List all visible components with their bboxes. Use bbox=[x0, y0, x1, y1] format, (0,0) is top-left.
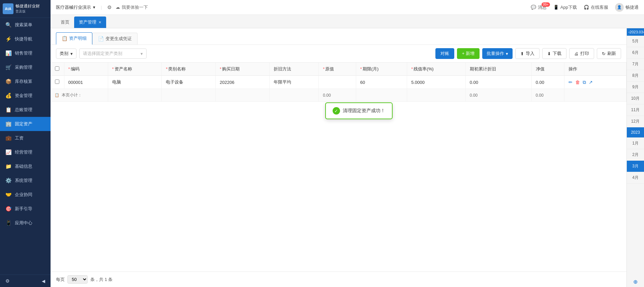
messages-btn[interactable]: 💬 消息 99+ bbox=[531, 4, 547, 10]
calendar-year-2023[interactable]: 2023 bbox=[627, 127, 644, 138]
download-button[interactable]: ⬇ 下载 bbox=[542, 48, 566, 59]
toast-message: 清理固定资产成功！ bbox=[343, 108, 385, 114]
delete-icon[interactable]: 🗑 bbox=[575, 79, 580, 85]
success-check-icon: ✓ bbox=[333, 107, 340, 115]
user-menu[interactable]: 👤 畅捷通 bbox=[615, 3, 639, 12]
row-checkbox[interactable] bbox=[55, 79, 59, 84]
sidebar-item-purchase[interactable]: 🛒 采购管理 bbox=[0, 60, 51, 74]
reconcile-button[interactable]: 对账 bbox=[435, 48, 454, 59]
content-area: 📋 资产明细 📄 变更生成凭证 类别 ▾ 请选择固定资产类别 ▾ bbox=[51, 28, 644, 287]
calendar-month-9[interactable]: 9月 bbox=[627, 82, 644, 93]
subtotal-original-value: 0.00 bbox=[319, 89, 356, 102]
copy-icon[interactable]: ⧉ bbox=[583, 79, 586, 85]
edit-icon[interactable]: ✏ bbox=[569, 79, 573, 85]
row-operations: ✏ 🗑 ⧉ ↗ bbox=[564, 76, 626, 89]
sidebar-item-app-center[interactable]: 📱 应用中心 bbox=[0, 216, 51, 230]
row-accumulated-depreciation: 0.00 bbox=[465, 76, 531, 89]
company-selector[interactable]: 医疗器械行业演示 ▾ bbox=[56, 4, 95, 10]
subtotal-accumulated: 0.00 bbox=[465, 89, 531, 102]
sidebar-item-system[interactable]: ⚙️ 系统管理 bbox=[0, 173, 51, 188]
subtab-asset-details[interactable]: 📋 资产明细 bbox=[56, 32, 92, 45]
row-category: 电子设备 bbox=[162, 76, 216, 89]
calendar-month-4[interactable]: 4月 bbox=[627, 172, 644, 184]
sidebar-item-search[interactable]: 🔍 搜索菜单 bbox=[0, 18, 51, 32]
more-icon[interactable]: ↗ bbox=[589, 79, 593, 85]
print-button[interactable]: 🖨 打印 bbox=[569, 48, 594, 59]
ledger-icon: 📋 bbox=[5, 107, 11, 113]
sidebar-item-label: 新手引导 bbox=[15, 206, 32, 212]
table-header-row: *编码 *资产名称 *类别名称 *购买日期 折旧方法 *原值 *期限(月) *残… bbox=[51, 63, 626, 76]
download-icon: 📱 bbox=[553, 5, 559, 10]
logo-sub: 普及版 bbox=[16, 9, 40, 14]
import-button[interactable]: ⬆ 导入 bbox=[515, 48, 540, 59]
subtab-change-voucher[interactable]: 📄 变更生成凭证 bbox=[92, 33, 137, 44]
sidebar-item-inventory[interactable]: 📦 库存核算 bbox=[0, 74, 51, 89]
row-name: 电脑 bbox=[108, 76, 162, 89]
sidebar-item-fixed-assets[interactable]: 🏢 固定资产 bbox=[0, 117, 51, 131]
sidebar-item-enterprise[interactable]: 🤝 企业协同 bbox=[0, 188, 51, 202]
calendar-down-icon[interactable]: ⊕ bbox=[633, 279, 638, 285]
select-all-checkbox[interactable] bbox=[55, 66, 59, 71]
calendar-month-7[interactable]: 7月 bbox=[627, 59, 644, 70]
sidebar-item-wages[interactable]: 💼 工资 bbox=[0, 131, 51, 145]
calendar-month-5[interactable]: 5月 bbox=[627, 36, 644, 47]
settings-icon[interactable]: ⚙ bbox=[5, 278, 10, 284]
experience-btn[interactable]: ☁ 我要体验一下 bbox=[116, 4, 148, 10]
calendar-month-6[interactable]: 6月 bbox=[627, 47, 644, 59]
subtotal-label-cell: 📋 本页小计： bbox=[51, 89, 108, 102]
app-download-btn[interactable]: 📱 App下载 bbox=[553, 4, 577, 10]
row-code: 000001 bbox=[64, 76, 108, 89]
sidebar-item-label: 企业协同 bbox=[15, 192, 32, 198]
money-icon: 💰 bbox=[5, 93, 11, 99]
header-checkbox[interactable] bbox=[51, 63, 64, 76]
logo-icon: AtA bbox=[3, 3, 13, 14]
settings-gear-icon[interactable]: ⚙ bbox=[107, 4, 112, 10]
phone-icon: 📱 bbox=[5, 220, 11, 226]
subtotal-net-value: 0.00 bbox=[531, 89, 564, 102]
calendar-month-1[interactable]: 1月 bbox=[627, 138, 644, 149]
row-purchase-date: 202206 bbox=[216, 76, 270, 89]
category-input[interactable]: 请选择固定资产类别 ▾ bbox=[79, 49, 147, 59]
tab-home[interactable]: 首页 bbox=[56, 17, 74, 28]
sidebar-item-basic-info[interactable]: 📁 基础信息 bbox=[0, 159, 51, 173]
tabbar: 首页 资产管理 ✕ bbox=[51, 15, 644, 28]
sidebar-collapse-button[interactable]: ◀ bbox=[42, 279, 45, 284]
per-page-select[interactable]: 50 100 200 bbox=[67, 275, 88, 284]
calendar-month-12[interactable]: 12月 bbox=[627, 116, 644, 127]
separator: | bbox=[101, 5, 102, 10]
sidebar-item-guide[interactable]: 🎯 新手引导 bbox=[0, 202, 51, 216]
calendar-month-3[interactable]: 3月 bbox=[627, 161, 644, 172]
sidebar-item-label: 基础信息 bbox=[15, 163, 32, 169]
header-code: *编码 bbox=[64, 63, 108, 76]
header-net-value: 净值 bbox=[531, 63, 564, 76]
calendar-month-10[interactable]: 10月 bbox=[627, 93, 644, 104]
chevron-down-icon: ▾ bbox=[506, 51, 508, 56]
briefcase-icon: 💼 bbox=[5, 135, 11, 141]
header-purchase-date: *购买日期 bbox=[216, 63, 270, 76]
online-support-btn[interactable]: 🎧 在线客服 bbox=[584, 4, 608, 10]
tab-close-icon[interactable]: ✕ bbox=[98, 20, 101, 25]
row-checkbox-cell[interactable] bbox=[51, 76, 64, 89]
new-button[interactable]: + 新增 bbox=[457, 48, 480, 59]
category-filter[interactable]: 类别 ▾ bbox=[56, 49, 76, 59]
table-icon: 📋 bbox=[62, 36, 67, 41]
sidebar-item-label: 经营管理 bbox=[15, 149, 32, 155]
handshake-icon: 🤝 bbox=[5, 192, 11, 198]
sidebar-item-sales[interactable]: 📊 销售管理 bbox=[0, 46, 51, 60]
topbar-right: 💬 消息 99+ 📱 App下载 🎧 在线客服 👤 畅捷通 bbox=[531, 3, 639, 12]
calendar-month-11[interactable]: 11月 bbox=[627, 104, 644, 116]
calendar-month-8[interactable]: 8月 bbox=[627, 70, 644, 82]
sidebar-item-quick-nav[interactable]: ⚡ 快捷导航 bbox=[0, 32, 51, 46]
print-icon: 🖨 bbox=[574, 51, 579, 56]
sidebar-item-operations[interactable]: 📈 经营管理 bbox=[0, 145, 51, 159]
sidebar-item-capital[interactable]: 💰 资金管理 bbox=[0, 89, 51, 103]
refresh-button[interactable]: ↻ 刷新 bbox=[597, 48, 621, 59]
batch-button[interactable]: 批量操作 ▾ bbox=[482, 48, 513, 59]
calendar-month-2[interactable]: 2月 bbox=[627, 149, 644, 161]
sidebar-item-label: 工资 bbox=[15, 135, 24, 141]
sidebar-item-label: 资金管理 bbox=[15, 93, 32, 99]
logo-text: 畅捷通好业财 bbox=[16, 4, 40, 9]
sidebar-item-label: 快捷导航 bbox=[15, 36, 32, 42]
sidebar-item-ledger[interactable]: 📋 总账管理 bbox=[0, 103, 51, 117]
tab-assets[interactable]: 资产管理 ✕ bbox=[74, 17, 106, 28]
